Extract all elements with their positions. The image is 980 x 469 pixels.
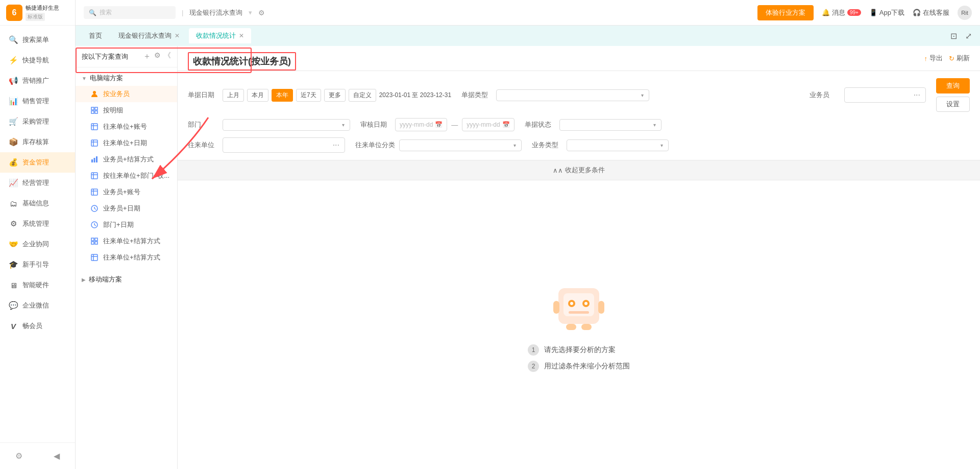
sidebar-collapse-btn[interactable]: ◀: [50, 447, 64, 465]
table-icon-4: [90, 187, 99, 197]
sidebar-item-inventory[interactable]: 📦 库存核算: [0, 132, 75, 152]
svg-rect-27: [95, 238, 97, 241]
date-btn-last-month[interactable]: 上月: [223, 89, 244, 102]
filter-doctype-select[interactable]: ▾: [496, 89, 649, 101]
filter-row-1: 单据日期 上月 本月 本年 近7天 更多 自定义 2023-01-01 至 20…: [188, 78, 970, 112]
sidebar-item-guide[interactable]: 🎓 新手引导: [0, 254, 75, 275]
filter-counterparty-cat-label: 往来单位分类: [355, 140, 395, 150]
filter-approval-to[interactable]: yyyy-mm-dd 📅: [462, 118, 514, 131]
sidebar-item-basic[interactable]: 🗂 基础信息: [0, 193, 75, 214]
filter-row-2: 部门 ▾ 审核日期 yyyy-mm-dd 📅 —: [188, 118, 970, 131]
tab-cashflow-close[interactable]: ✕: [175, 32, 180, 39]
sidebar-settings-btn[interactable]: ⚙: [11, 447, 27, 465]
sidebar-item-search[interactable]: 🔍 搜索菜单: [0, 30, 75, 50]
panel-add-icon[interactable]: ＋: [143, 51, 151, 62]
sidebar-item-member[interactable]: V 畅会员: [0, 316, 75, 336]
online-service-btn[interactable]: 🎧 在线客服: [913, 8, 949, 17]
tree-desktop: ▼ 电脑端方案 按业务员 按明细: [76, 67, 177, 269]
collapse-btn[interactable]: ∧∧ 收起更多条件: [553, 166, 605, 175]
svg-rect-12: [94, 158, 95, 162]
filter-counterparty-cat-item: 往来单位分类 ▾: [355, 139, 522, 151]
empty-state: 1 请先选择要分析的方案 2 用过滤条件来缩小分析范围: [178, 180, 980, 469]
filter-approval-from[interactable]: yyyy-mm-dd 📅: [395, 118, 447, 131]
date-btn-7days[interactable]: 近7天: [296, 89, 321, 102]
scheme-item-sales-date[interactable]: 业务员+日期: [76, 200, 177, 217]
tab-cashflow[interactable]: 现金银行流水查询 ✕: [111, 28, 187, 43]
scheme-item-counter-dept[interactable]: 按往来单位+部门+收...: [76, 168, 177, 184]
search-icon: 🔍: [89, 9, 96, 16]
main-area: 🔍 搜索 | 现金银行流水查询 ▾ ⚙ 体验行业方案 🔔 消息 99+ 📱 Ap…: [76, 0, 980, 469]
sidebar-item-enterprise[interactable]: 🤝 企业协同: [0, 234, 75, 254]
scheme-item-detail[interactable]: 按明细: [76, 102, 177, 119]
sidebar-item-operations[interactable]: 📈 经营管理: [0, 173, 75, 193]
svg-rect-30: [91, 254, 97, 261]
docstatus-arrow-icon: ▾: [653, 122, 656, 128]
sidebar-item-purchase[interactable]: 🛒 采购管理: [0, 111, 75, 132]
date-btn-custom[interactable]: 自定义: [349, 89, 376, 102]
sidebar-item-marketing[interactable]: 📢 营销推广: [0, 71, 75, 91]
svg-rect-17: [91, 189, 97, 195]
refresh-icon: ↻: [949, 55, 954, 62]
filter-salesperson-select[interactable]: ···: [844, 87, 926, 103]
scheme-item-counter-account[interactable]: 往来单位+账号: [76, 119, 177, 135]
tab-fullscreen-icon[interactable]: ⤢: [963, 29, 974, 43]
panel-collapse-icon[interactable]: 《: [164, 51, 171, 62]
user-avatar[interactable]: Rit: [958, 6, 972, 20]
sidebar-item-quicknav[interactable]: ⚡ 快捷导航: [0, 50, 75, 71]
svg-rect-13: [96, 156, 97, 162]
cart-icon: 🛒: [8, 116, 18, 127]
trial-btn[interactable]: 体验行业方案: [757, 5, 814, 20]
scheme-item-dept-date[interactable]: 部门+日期: [76, 217, 177, 233]
sidebar-item-finance[interactable]: 💰 资金管理: [0, 152, 75, 173]
query-btn[interactable]: 查询: [936, 78, 970, 93]
tab-home[interactable]: 首页: [82, 28, 109, 43]
tab-collection-close[interactable]: ✕: [239, 32, 244, 39]
panel-settings-icon[interactable]: ⚙: [154, 51, 161, 62]
refresh-btn[interactable]: ↻ 刷新: [949, 54, 970, 63]
scheme-item-counter-settlement1[interactable]: 往来单位+结算方式: [76, 233, 177, 249]
logo-area: 6 畅捷通好生意 标准版: [0, 0, 75, 26]
filter-biztype-select[interactable]: ▾: [567, 139, 669, 151]
messages-btn[interactable]: 🔔 消息 99+: [822, 8, 861, 17]
filter-date-item: 单据日期 上月 本月 本年 近7天 更多 自定义 2023-01-01 至 20…: [188, 89, 451, 102]
tab-collection[interactable]: 收款情况统计 ✕: [189, 28, 251, 43]
setting-btn[interactable]: 设置: [936, 97, 970, 112]
tab-maximize-icon[interactable]: ⊡: [948, 29, 959, 43]
tree-mobile-parent[interactable]: ▶ 移动端方案: [76, 272, 177, 287]
sidebar-item-system[interactable]: ⚙ 系统管理: [0, 214, 75, 234]
filter-docstatus-item: 单据状态 ▾: [525, 119, 662, 131]
date-btn-this-year[interactable]: 本年: [272, 89, 293, 102]
filter-docstatus-select[interactable]: ▾: [559, 119, 662, 131]
filter-counterparty-select[interactable]: ···: [223, 137, 345, 153]
panel-actions: ＋ ⚙ 《: [143, 51, 171, 62]
scheme-item-sales-account[interactable]: 业务员+账号: [76, 184, 177, 200]
sidebar-item-sales[interactable]: 📊 销售管理: [0, 91, 75, 111]
scheme-item-counter-date[interactable]: 往来单位+日期: [76, 135, 177, 151]
filter-dept-select[interactable]: ▾: [223, 119, 350, 131]
counterparty-dots-icon[interactable]: ···: [333, 140, 339, 150]
filter-counterparty-cat-select[interactable]: ▾: [399, 139, 522, 151]
app-download-btn[interactable]: 📱 App下载: [869, 8, 904, 17]
sidebar-item-wechat[interactable]: 💬 企业微信: [0, 295, 75, 316]
topbar-gear-icon[interactable]: ⚙: [258, 9, 265, 17]
empty-steps: 1 请先选择要分析的方案 2 用过滤条件来缩小分析范围: [528, 344, 630, 377]
money-icon: 💰: [8, 157, 18, 168]
tree-desktop-parent[interactable]: ▼ 电脑端方案: [76, 71, 177, 86]
date-btn-this-month[interactable]: 本月: [247, 89, 268, 102]
svg-rect-1: [91, 107, 94, 110]
search-icon: 🔍: [8, 35, 18, 45]
export-btn[interactable]: ↑ 导出: [924, 54, 943, 63]
scheme-item-sales-settlement[interactable]: 业务员+结算方式: [76, 151, 177, 168]
scheme-item-salesperson[interactable]: 按业务员: [76, 86, 177, 102]
svg-point-43: [584, 302, 587, 305]
calendar-icon-2: 📅: [502, 121, 510, 128]
gear-icon: ⚙: [8, 219, 18, 229]
hardware-icon: 🖥: [8, 280, 18, 290]
salesperson-dots-icon[interactable]: ···: [914, 90, 920, 100]
scheme-item-counter-settlement2[interactable]: 往来单位+结算方式: [76, 249, 177, 266]
sidebar-item-hardware[interactable]: 🖥 智能硬件: [0, 275, 75, 295]
vip-icon: V: [8, 321, 18, 331]
date-btn-more[interactable]: 更多: [324, 89, 346, 102]
sidebar-bottom: ⚙ ◀: [0, 442, 75, 469]
topbar-search[interactable]: 🔍 搜索: [84, 6, 176, 19]
